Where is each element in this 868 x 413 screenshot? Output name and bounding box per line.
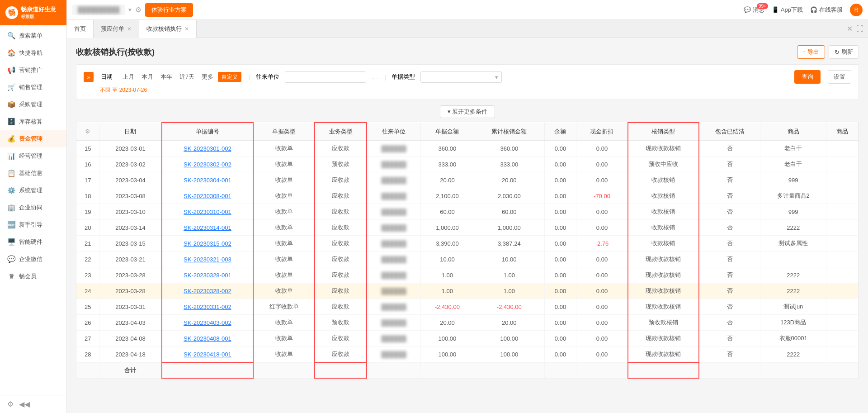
doc-type-label: 单据类型 xyxy=(392,73,415,81)
partner-input[interactable] xyxy=(285,71,366,83)
cell-doc-no[interactable]: SK-20230315-002 xyxy=(162,236,254,252)
tab-home-label: 首页 xyxy=(74,25,86,33)
table-row: 262023-04-03SK-20230403-002收款单预收款██████2… xyxy=(76,315,859,331)
sidebar-item-sales[interactable]: 🛒 销售管理 xyxy=(0,79,66,96)
maximize-icon[interactable]: ⛶ xyxy=(856,25,863,33)
cell-balance: 0.00 xyxy=(544,252,576,267)
topbar-gear-icon[interactable]: ⚙ xyxy=(135,5,142,14)
sidebar-item-search[interactable]: 🔍 搜索菜单 xyxy=(0,27,66,44)
cell-include: 否 xyxy=(699,157,760,172)
messages-button[interactable]: 💬 消息 99+ xyxy=(744,6,764,14)
app-download-button[interactable]: 📱 App下载 xyxy=(772,6,803,14)
sidebar-item-member[interactable]: ♛ 畅会员 xyxy=(0,268,66,285)
separator-1: | xyxy=(249,74,250,81)
cell-product1: 测试jun xyxy=(760,299,826,315)
cell-product1: 999 xyxy=(760,204,826,220)
cell-doc-no[interactable]: SK-20230301-002 xyxy=(162,141,254,157)
sidebar-item-purchase[interactable]: 📦 采购管理 xyxy=(0,96,66,113)
collapse-icon[interactable]: ◀◀ xyxy=(19,400,30,408)
settings-button[interactable]: 设置 xyxy=(828,70,851,84)
th-settings[interactable]: ⚙ xyxy=(76,123,99,141)
date-custom-button[interactable]: 自定义 xyxy=(218,72,241,82)
sidebar-item-operation[interactable]: 📊 经营管理 xyxy=(0,147,66,165)
cell-doc-no[interactable]: SK-20230328-001 xyxy=(162,267,254,283)
date-more[interactable]: 更多 xyxy=(199,72,216,82)
cell-no: 27 xyxy=(76,331,99,347)
tab-home[interactable]: 首页 xyxy=(67,20,94,38)
more-dots[interactable]: ... xyxy=(372,74,379,81)
cell-doc-no[interactable]: SK-20230328-002 xyxy=(162,283,254,299)
cell-no: 25 xyxy=(76,299,99,315)
doc-type-select[interactable]: 收款单 红字收款单 xyxy=(420,71,502,83)
sidebar-item-basic[interactable]: 📋 基础信息 xyxy=(0,165,66,182)
data-table-container: ⚙ 日期 单据编号 单据类型 业务类型 往来单位 单据金额 累计核销金额 余额 … xyxy=(76,122,859,379)
query-button[interactable]: 查询 xyxy=(794,70,821,84)
settings-icon[interactable]: ⚙ xyxy=(7,400,14,408)
th-biz-type: 业务类型 xyxy=(315,123,367,141)
cell-no: 17 xyxy=(76,172,99,188)
page-actions: ↑ 导出 ↻ 刷新 xyxy=(797,45,859,59)
cell-doc-no[interactable]: SK-20230310-001 xyxy=(162,204,254,220)
sidebar-item-hardware[interactable]: 🖥️ 智能硬件 xyxy=(0,233,66,251)
date-this-year[interactable]: 本年 xyxy=(158,72,175,82)
user-avatar[interactable]: R xyxy=(850,4,863,16)
table-scroll[interactable]: ⚙ 日期 单据编号 单据类型 业务类型 往来单位 单据金额 累计核销金额 余额 … xyxy=(76,122,859,379)
date-this-month[interactable]: 本月 xyxy=(139,72,156,82)
th-product1: 商品 xyxy=(760,123,826,141)
cell-doc-no[interactable]: SK-20230304-001 xyxy=(162,172,254,188)
cell-product2 xyxy=(826,299,859,315)
cell-cash-disc: 0.00 xyxy=(576,267,628,283)
cell-partner: ██████ xyxy=(367,141,420,157)
total-cell xyxy=(420,362,474,378)
solution-button[interactable]: 体验行业方案 xyxy=(145,3,193,17)
sidebar-item-quick[interactable]: 🏠 快捷导航 xyxy=(0,44,66,62)
sidebar-item-marketing[interactable]: 📢 营销推广 xyxy=(0,62,66,79)
cell-doc-no[interactable]: SK-20230308-001 xyxy=(162,188,254,204)
sidebar-item-system[interactable]: ⚙️ 系统管理 xyxy=(0,182,66,199)
cell-cash-disc: -2.76 xyxy=(576,236,628,252)
sidebar-item-wechat[interactable]: 💬 企业微信 xyxy=(0,251,66,268)
date-7days[interactable]: 近7天 xyxy=(177,72,197,82)
page: 收款核销执行(按收款) ↑ 导出 ↻ 刷新 » 日期 上月 本月 xyxy=(67,38,868,413)
cell-doc-no[interactable]: SK-20230321-003 xyxy=(162,252,254,267)
cell-doc-no[interactable]: SK-20230408-001 xyxy=(162,331,254,347)
chevron-down-icon[interactable]: ▾ xyxy=(128,6,132,13)
th-balance: 余额 xyxy=(544,123,576,141)
logo-icon: 畅 xyxy=(5,6,18,19)
sidebar-item-finance[interactable]: 💰 资金管理 xyxy=(0,130,66,147)
tab-prepay[interactable]: 预应付单 ✕ xyxy=(94,20,139,38)
cell-doc-no[interactable]: SK-20230403-002 xyxy=(162,315,254,331)
close-all-icon[interactable]: ✕ xyxy=(847,24,853,33)
box-icon: 📦 xyxy=(7,100,15,109)
cell-include: 否 xyxy=(699,267,760,283)
cell-cash-disc: 0.00 xyxy=(576,220,628,236)
cell-write-off: 1.00 xyxy=(474,283,544,299)
filter-toggle-button[interactable]: » xyxy=(84,72,94,82)
cell-date: 2023-04-18 xyxy=(99,347,162,363)
cell-include: 否 xyxy=(699,331,760,347)
expand-button[interactable]: ▾ 展开更多条件 xyxy=(440,105,495,118)
cell-date: 2023-03-21 xyxy=(99,252,162,267)
cabinet-icon: 🗄️ xyxy=(7,118,15,126)
cell-doc-no[interactable]: SK-20230314-001 xyxy=(162,220,254,236)
tab-collect-close-icon[interactable]: ✕ xyxy=(184,26,189,32)
cell-doc-no[interactable]: SK-20230418-001 xyxy=(162,347,254,363)
sidebar-item-inventory[interactable]: 🗄️ 库存核算 xyxy=(0,113,66,130)
total-cell: 合计 xyxy=(99,362,162,378)
cell-amount: 3,390.00 xyxy=(420,236,474,252)
tab-collect[interactable]: 收款核销执行 ✕ xyxy=(139,20,197,38)
refresh-button[interactable]: ↻ 刷新 xyxy=(829,45,859,59)
online-service-button[interactable]: 🎧 在线客服 xyxy=(810,6,843,14)
filter-row: » 日期 上月 本月 本年 近7天 更多 自定义 | 往来单位 ... | 单据… xyxy=(84,70,851,84)
tab-prepay-close-icon[interactable]: ✕ xyxy=(127,26,132,32)
cell-doc-no[interactable]: SK-20230331-002 xyxy=(162,299,254,315)
cell-biz-type: 应收款 xyxy=(315,141,367,157)
date-last-month[interactable]: 上月 xyxy=(120,72,137,82)
export-button[interactable]: ↑ 导出 xyxy=(797,45,826,59)
date-label: 日期 xyxy=(101,73,113,81)
sidebar-item-corp[interactable]: 🏢 企业协同 xyxy=(0,199,66,216)
sidebar-item-guide[interactable]: 🆕 新手引导 xyxy=(0,216,66,233)
cell-biz-type: 应收款 xyxy=(315,188,367,204)
cell-doc-no[interactable]: SK-20230302-002 xyxy=(162,157,254,172)
total-cell xyxy=(826,362,859,378)
